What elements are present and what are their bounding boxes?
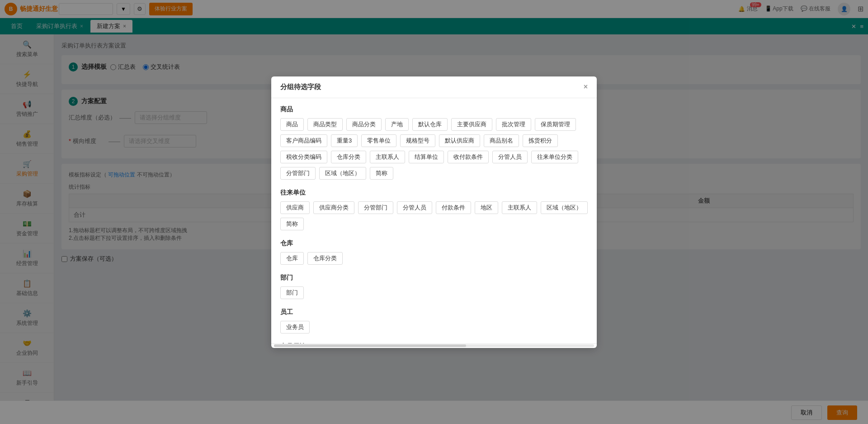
field-chip-0-5[interactable]: 主要供应商 — [451, 118, 492, 131]
modal-header: 分组待选字段 × — [271, 76, 597, 98]
field-chip-0-10[interactable]: 零售单位 — [361, 134, 396, 147]
field-chip-1-8[interactable]: 简称 — [280, 218, 304, 230]
field-chip-3-0[interactable]: 部门 — [280, 286, 304, 299]
field-chip-0-2[interactable]: 商品分类 — [346, 118, 382, 131]
field-group-title-1: 往来单位 — [280, 189, 588, 197]
field-group-3: 部门部门 — [280, 274, 588, 299]
field-chip-0-4[interactable]: 默认仓库 — [412, 118, 448, 131]
modal-body: 商品商品商品类型商品分类产地默认仓库主要供应商批次管理保质期管理客户商品编码重量… — [271, 98, 597, 343]
field-chip-0-12[interactable]: 默认供应商 — [439, 134, 480, 147]
field-chip-0-17[interactable]: 主联系人 — [370, 151, 405, 163]
field-chip-0-22[interactable]: 分管部门 — [280, 167, 316, 180]
field-chip-0-13[interactable]: 商品别名 — [484, 134, 519, 147]
field-chip-1-0[interactable]: 供应商 — [280, 201, 310, 214]
field-chip-0-23[interactable]: 区域（地区） — [319, 167, 366, 180]
field-chips-0: 商品商品类型商品分类产地默认仓库主要供应商批次管理保质期管理客户商品编码重量3零… — [280, 118, 588, 180]
field-chip-0-8[interactable]: 客户商品编码 — [280, 134, 327, 147]
modal-dialog: 分组待选字段 × 商品商品商品类型商品分类产地默认仓库主要供应商批次管理保质期管… — [271, 76, 597, 348]
field-chip-1-2[interactable]: 分管部门 — [358, 201, 393, 214]
field-chip-1-7[interactable]: 区域（地区） — [541, 201, 588, 214]
field-group-title-3: 部门 — [280, 274, 588, 282]
field-chip-4-0[interactable]: 业务员 — [280, 321, 310, 333]
field-chips-3: 部门 — [280, 286, 588, 299]
field-chip-0-15[interactable]: 税收分类编码 — [280, 151, 327, 163]
field-chip-0-6[interactable]: 批次管理 — [496, 118, 531, 131]
field-group-title-0: 商品 — [280, 105, 588, 114]
field-group-4: 员工业务员 — [280, 308, 588, 333]
field-chip-0-14[interactable]: 拣货积分 — [523, 134, 558, 147]
modal-close-btn[interactable]: × — [584, 83, 588, 91]
field-group-title-4: 员工 — [280, 308, 588, 316]
field-chip-0-16[interactable]: 仓库分类 — [331, 151, 366, 163]
field-chip-1-5[interactable]: 地区 — [475, 201, 498, 214]
field-chip-2-1[interactable]: 仓库分类 — [307, 252, 343, 265]
modal-hscroll[interactable] — [271, 343, 597, 348]
field-chip-1-1[interactable]: 供应商分类 — [313, 201, 354, 214]
field-chip-0-18[interactable]: 结算单位 — [409, 151, 444, 163]
field-group-title-2: 仓库 — [280, 239, 588, 248]
field-group-1: 往来单位供应商供应商分类分管部门分管人员付款条件地区主联系人区域（地区）简称 — [280, 189, 588, 230]
field-chips-4: 业务员 — [280, 321, 588, 333]
field-chip-1-6[interactable]: 主联系人 — [502, 201, 537, 214]
field-chip-0-0[interactable]: 商品 — [280, 118, 304, 131]
field-chips-1: 供应商供应商分类分管部门分管人员付款条件地区主联系人区域（地区）简称 — [280, 201, 588, 230]
field-group-2: 仓库仓库仓库分类 — [280, 239, 588, 265]
field-chip-0-11[interactable]: 规格型号 — [400, 134, 435, 147]
modal-title: 分组待选字段 — [280, 83, 321, 91]
field-chip-1-4[interactable]: 付款条件 — [436, 201, 471, 214]
field-chip-0-19[interactable]: 收付款条件 — [448, 151, 489, 163]
field-chip-0-9[interactable]: 重量3 — [331, 134, 358, 147]
field-chip-0-7[interactable]: 保质期管理 — [535, 118, 576, 131]
field-chip-0-1[interactable]: 商品类型 — [307, 118, 343, 131]
field-chip-0-24[interactable]: 简称 — [370, 167, 393, 180]
field-chip-2-0[interactable]: 仓库 — [280, 252, 304, 265]
field-chip-0-3[interactable]: 产地 — [385, 118, 409, 131]
field-chip-1-3[interactable]: 分管人员 — [397, 201, 432, 214]
field-group-0: 商品商品商品类型商品分类产地默认仓库主要供应商批次管理保质期管理客户商品编码重量… — [280, 105, 588, 180]
field-chip-0-21[interactable]: 往来单位分类 — [531, 151, 578, 163]
field-chip-0-20[interactable]: 分管人员 — [492, 151, 528, 163]
field-chips-2: 仓库仓库分类 — [280, 252, 588, 265]
